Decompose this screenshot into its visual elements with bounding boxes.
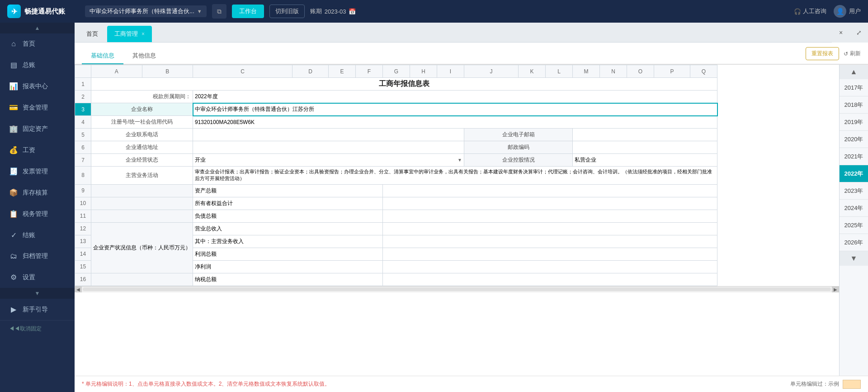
workbench-button[interactable]: 工作台 (232, 5, 264, 18)
sidebar-item-guide[interactable]: ▶ 新手引导 (0, 299, 75, 320)
spreadsheet-container[interactable]: A B C D E F G H I J K L (75, 65, 839, 376)
col-header-d: D (292, 65, 329, 78)
sidebar-label-tax: 税务管理 (23, 210, 48, 218)
company-selector[interactable]: 中审众环会计师事务所（特殊普通合伙... ▼ (85, 5, 207, 17)
bottom-hint: * 单元格编辑说明：1、点击单元格直接录入数值或文本。2、清空单元格数值或文本恢… (82, 380, 330, 388)
main-biz-label-cell: 主营业务活动 (91, 167, 193, 185)
refresh-button[interactable]: ↺ 刷新 (844, 50, 861, 57)
phone-value-cell[interactable] (193, 129, 464, 141)
close-window-button[interactable]: × (832, 23, 850, 43)
header-right: 🎧 人工咨询 👤 用户 (794, 5, 861, 18)
main-biz-value-cell[interactable]: 审查企业会计报表；出具审计报告；验证企业资本；出具验资报告；办理企业合并、分立、… (193, 167, 717, 185)
period-value-cell[interactable]: 2022年度 (193, 91, 717, 103)
invoice-icon: 🧾 (9, 167, 18, 176)
example-color-box (843, 380, 861, 389)
sidebar-item-fixed[interactable]: 🏢 固定资产 (0, 118, 75, 139)
year-item-2022[interactable]: 2022年 (840, 165, 868, 182)
liabilities-value-cell[interactable] (383, 210, 717, 222)
year-item-2026[interactable]: 2026年 (840, 234, 868, 251)
company-name-value-cell[interactable]: 中审众环会计师事务所（特殊普通合伙）江苏分所 (193, 103, 717, 116)
year-item-2018[interactable]: 2018年 (840, 96, 868, 114)
calendar-icon[interactable]: 📅 (349, 8, 356, 15)
sidebar-item-report[interactable]: 📊 报表中心 (0, 76, 75, 97)
tab-close-icon[interactable]: × (142, 31, 145, 37)
sidebar-pin-button[interactable]: ◀◀取消固定 (0, 320, 75, 337)
user-area[interactable]: 👤 用户 (834, 5, 861, 18)
sidebar-label-closing: 结账 (23, 231, 35, 239)
sidebar-item-settings[interactable]: ⚙ 设置 (0, 267, 75, 288)
row-num-6: 6 (75, 141, 91, 154)
table-row: 9 资产总额 (75, 184, 717, 197)
postal-value-cell[interactable] (573, 141, 717, 154)
refresh-label: 刷新 (850, 50, 861, 57)
total-tax-value-cell[interactable] (383, 273, 717, 286)
tab-other-info[interactable]: 其他信息 (123, 48, 165, 64)
expand-window-button[interactable]: ⤢ (850, 23, 868, 43)
tab-basic-info[interactable]: 基础信息 (82, 48, 123, 64)
tab-industrial[interactable]: 工商管理 × (107, 26, 152, 42)
year-nav-up[interactable]: ▲ (840, 65, 868, 79)
table-row: 1 工商年报信息表 (75, 78, 717, 91)
sidebar-item-archive[interactable]: 🗂 归档管理 (0, 246, 75, 267)
main-revenue-label-cell: 其中：主营业务收入 (193, 235, 383, 248)
consulting-button[interactable]: 🎧 人工咨询 (794, 7, 826, 15)
company-dropdown-icon: ▼ (197, 9, 202, 14)
revenue-total-value-cell[interactable] (383, 222, 717, 235)
sidebar-item-tax[interactable]: 📋 税务管理 (0, 203, 75, 225)
sidebar-item-fund[interactable]: 💳 资金管理 (0, 97, 75, 118)
email-value-cell[interactable] (573, 129, 717, 141)
scroll-left-button[interactable]: ◀ (75, 286, 82, 292)
sidebar-item-inventory[interactable]: 📦 库存核算 (0, 182, 75, 203)
year-item-2019[interactable]: 2019年 (840, 114, 868, 131)
sidebar-label-guide: 新手引导 (23, 306, 48, 314)
reset-report-button[interactable]: 重置报表 (806, 47, 839, 60)
holding-value-cell[interactable]: 私营企业 (573, 154, 717, 167)
sidebar-item-invoice[interactable]: 🧾 发票管理 (0, 161, 75, 182)
sidebar-item-wage[interactable]: 💰 工资 (0, 139, 75, 161)
year-panel: ▲ 2017年 2018年 2019年 2020年 2021年 2022年 20… (839, 65, 868, 376)
inner-tabs: 基础信息 其他信息 (82, 48, 165, 63)
biz-status-label-cell: 企业经营状态 (91, 154, 193, 167)
sidebar-label-invoice: 发票管理 (23, 167, 48, 176)
tax-group-label-cell (91, 273, 193, 286)
fund-icon: 💳 (9, 103, 18, 112)
year-item-2025[interactable]: 2025年 (840, 217, 868, 234)
year-item-2017[interactable]: 2017年 (840, 79, 868, 96)
equity-value-cell[interactable] (383, 197, 717, 210)
total-assets-value-cell[interactable] (383, 184, 717, 197)
period-label-cell: 税款所属期间： (91, 91, 193, 103)
sidebar-scroll-down[interactable]: ▼ (0, 288, 75, 299)
year-nav-down[interactable]: ▼ (840, 251, 868, 266)
reg-no-value-cell[interactable]: 91320100MA208E5W6K (193, 116, 717, 129)
sidebar-scroll-up[interactable]: ▲ (0, 23, 75, 33)
copy-button[interactable]: ⧉ (212, 4, 226, 19)
row-num-12: 12 (75, 222, 91, 235)
company-name-label-cell: 企业名称 (91, 103, 193, 116)
assets-group-label-cell (91, 184, 193, 197)
main-revenue-value-cell[interactable] (383, 235, 717, 248)
year-item-2023[interactable]: 2023年 (840, 182, 868, 200)
tab-bar: 首页 工商管理 × × ⤢ (75, 23, 868, 43)
year-item-2021[interactable]: 2021年 (840, 148, 868, 165)
year-item-2020[interactable]: 2020年 (840, 131, 868, 148)
sidebar-item-closing[interactable]: ✓ 结账 (0, 225, 75, 246)
sidebar-item-ledger[interactable]: ▤ 总账 (0, 54, 75, 76)
scroll-right-button[interactable]: ▶ (832, 286, 839, 292)
row-num-15: 15 (75, 260, 91, 273)
total-profit-value-cell[interactable] (383, 248, 717, 260)
h-scroll-track[interactable] (83, 287, 831, 291)
address-value-cell[interactable] (193, 141, 464, 154)
sidebar-item-home[interactable]: ⌂ 首页 (0, 33, 75, 54)
revenue-total-label-cell: 营业总收入 (193, 222, 383, 235)
closing-icon: ✓ (9, 231, 18, 239)
row-num-7: 7 (75, 154, 91, 167)
switch-version-button[interactable]: 切到旧版 (269, 5, 305, 18)
tab-home[interactable]: 首页 (79, 26, 105, 42)
net-profit-value-cell[interactable] (383, 260, 717, 273)
year-item-2024[interactable]: 2024年 (840, 200, 868, 217)
bottom-bar: * 单元格编辑说明：1、点击单元格直接录入数值或文本。2、清空单元格数值或文本恢… (75, 376, 868, 392)
ledger-icon: ▤ (9, 61, 18, 69)
col-header-c: C (193, 65, 292, 78)
biz-status-value-cell[interactable]: 开业 ▼ (193, 154, 464, 167)
fixed-icon: 🏢 (9, 124, 18, 133)
